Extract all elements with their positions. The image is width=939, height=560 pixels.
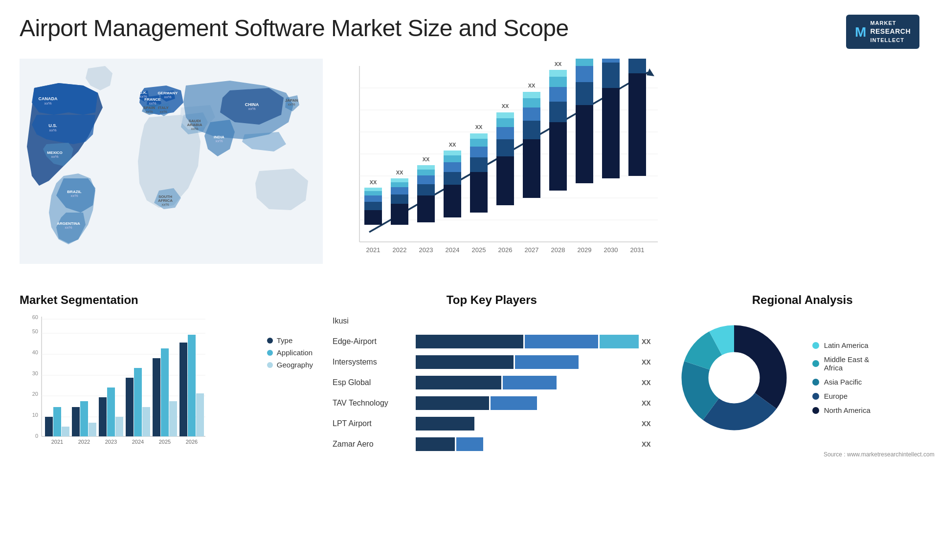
svg-rect-172: [602, 88, 620, 178]
svg-rect-166: [576, 105, 593, 183]
svg-rect-154: [523, 108, 540, 121]
legend-europe-dot: [812, 393, 819, 400]
svg-rect-131: [444, 185, 461, 217]
player-row-zamar: Zamar Aero XX: [333, 437, 651, 451]
donut-container: Latin America Middle East &Africa Asia P…: [671, 314, 935, 441]
source-text: Source : www.marketresearchintellect.com: [671, 451, 935, 458]
svg-rect-218: [188, 335, 196, 436]
player-bars-lpt: XX: [416, 417, 651, 431]
svg-rect-160: [549, 102, 567, 122]
legend-apac: Asia Pacific: [812, 378, 871, 386]
svg-rect-132: [444, 172, 461, 185]
svg-text:xx%: xx%: [70, 194, 78, 198]
svg-rect-211: [142, 407, 150, 436]
svg-rect-209: [126, 378, 134, 436]
svg-text:xx%: xx%: [149, 101, 156, 106]
regional-section: Regional Analysis: [661, 293, 939, 468]
svg-text:xx%: xx%: [65, 225, 72, 230]
svg-rect-159: [549, 122, 567, 191]
player-xx-edge: XX: [642, 338, 651, 345]
svg-rect-152: [523, 139, 540, 198]
svg-text:xx%: xx%: [145, 109, 153, 114]
svg-rect-135: [444, 151, 461, 155]
svg-rect-153: [523, 121, 540, 139]
legend-europe: Europe: [812, 392, 871, 400]
svg-rect-113: [364, 191, 382, 195]
svg-text:xx%: xx%: [164, 95, 171, 99]
player-xx-zamar: XX: [642, 440, 651, 448]
player-bars-esp: XX: [416, 376, 651, 389]
svg-text:2028: 2028: [551, 246, 565, 254]
svg-text:40: 40: [32, 349, 38, 355]
svg-rect-207: [115, 417, 123, 436]
svg-text:XX: XX: [396, 170, 403, 175]
svg-text:XX: XX: [528, 83, 536, 88]
svg-rect-202: [80, 401, 88, 436]
svg-text:XX: XX: [634, 59, 641, 60]
seg-legend: Type Application Geography: [267, 336, 313, 369]
content-grid: CANADA xx% U.S. xx% MEXICO xx% BRAZIL xx…: [0, 54, 939, 473]
header: Airport Management Software Market Size …: [0, 0, 939, 54]
svg-text:2022: 2022: [78, 439, 90, 445]
legend-geography: Geography: [267, 361, 313, 369]
svg-text:xx%: xx%: [161, 202, 169, 207]
svg-text:2021: 2021: [366, 246, 380, 254]
svg-text:XX: XX: [423, 156, 430, 162]
svg-text:20: 20: [32, 391, 38, 397]
svg-text:2024: 2024: [446, 246, 460, 254]
svg-rect-140: [470, 147, 488, 157]
svg-text:xx%: xx%: [191, 127, 198, 131]
svg-text:10: 10: [32, 412, 38, 418]
player-xx-inter: XX: [642, 358, 651, 366]
player-row-tav: TAV Technology XX: [333, 396, 651, 410]
svg-rect-215: [169, 401, 177, 436]
legend-apac-dot: [812, 379, 819, 386]
chart-section: XX 2021 XX 2022 XX 2023: [328, 54, 929, 288]
svg-text:2024: 2024: [132, 439, 144, 445]
svg-text:XX: XX: [370, 179, 377, 185]
logo: M MARKET RESEARCH INTELLECT: [846, 15, 919, 49]
bar-chart: XX 2021 XX 2022 XX 2023: [333, 59, 915, 269]
svg-text:2025: 2025: [159, 439, 171, 445]
player-row-ikusi: Ikusi: [333, 314, 651, 328]
svg-text:xx%: xx%: [215, 139, 223, 143]
legend-application: Application: [267, 348, 313, 357]
player-bars-inter: XX: [416, 355, 651, 369]
svg-rect-146: [496, 139, 514, 156]
svg-rect-162: [549, 77, 567, 87]
svg-rect-125: [417, 184, 435, 195]
legend-type-dot: [267, 338, 273, 344]
svg-rect-110: [364, 210, 382, 225]
svg-rect-119: [391, 187, 408, 194]
svg-rect-203: [89, 423, 96, 436]
player-bars-tav: XX: [416, 396, 651, 410]
legend-noam: North America: [812, 406, 871, 414]
svg-rect-155: [523, 98, 540, 108]
svg-text:xx%: xx%: [288, 102, 295, 107]
svg-text:0: 0: [35, 433, 38, 439]
svg-rect-198: [53, 407, 61, 436]
svg-rect-173: [602, 63, 620, 88]
segmentation-section: Market Segmentation 0 10 20 30 40 50 60: [20, 293, 323, 468]
svg-rect-118: [391, 194, 408, 204]
svg-text:CANADA: CANADA: [39, 96, 58, 101]
svg-rect-133: [444, 162, 461, 172]
svg-text:60: 60: [32, 314, 38, 320]
player-row-edge: Edge-Airport XX: [333, 335, 651, 348]
world-map: CANADA xx% U.S. xx% MEXICO xx% BRAZIL xx…: [20, 59, 318, 274]
seg-chart-wrapper: 0 10 20 30 40 50 60: [20, 312, 323, 468]
player-row-lpt: LPT Airport XX: [333, 417, 651, 431]
svg-rect-138: [470, 172, 488, 213]
svg-text:30: 30: [32, 370, 38, 376]
svg-rect-197: [45, 417, 53, 436]
svg-rect-210: [134, 368, 142, 436]
map-section: CANADA xx% U.S. xx% MEXICO xx% BRAZIL xx…: [10, 54, 328, 288]
player-bars-zamar: XX: [416, 437, 651, 451]
player-name-inter: Intersystems: [333, 358, 411, 366]
legend-mea-label: Middle East &Africa: [824, 355, 870, 372]
svg-text:2025: 2025: [472, 246, 486, 254]
svg-text:XX: XX: [607, 59, 615, 60]
legend-latin: Latin America: [812, 341, 871, 349]
page-title: Airport Management Software Market Size …: [20, 15, 569, 42]
legend-geography-dot: [267, 362, 273, 368]
